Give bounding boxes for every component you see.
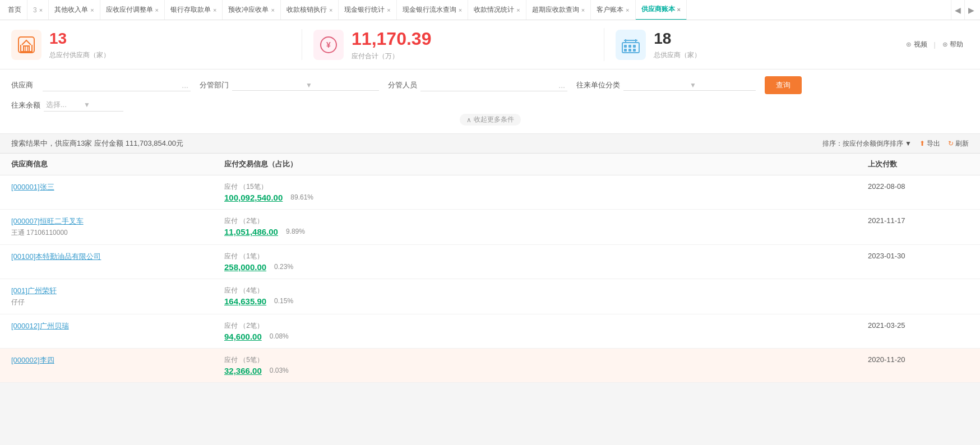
transaction-cell-3: 应付 （4笔） 164,635.90 0.15%	[224, 286, 868, 306]
table-row: [000007]恒旺二手叉车 王通 17106110000 应付 （2笔） 11…	[0, 210, 980, 245]
nav-tab-cash-bank-query[interactable]: 现金银行流水查询 ×	[397, 0, 468, 20]
close-tab-prepaid-ar[interactable]: ×	[271, 7, 274, 13]
nav-tab-receipt-verify[interactable]: 收款核销执行 ×	[281, 0, 339, 20]
header-last-pay: 上次付数	[868, 159, 969, 169]
supplier-table: 供应商信息 应付交易信息（占比） 上次付数 [000001]张三 应付 （15笔…	[0, 154, 980, 383]
nav-tab-3[interactable]: 3 ×	[27, 0, 49, 20]
supplier-cell-5: [000002]李四	[11, 355, 224, 365]
close-tab-receipt-verify[interactable]: ×	[329, 7, 332, 13]
table-row: [001]广州荣轩 仔仔 应付 （4笔） 164,635.90 0.15%	[0, 279, 980, 314]
table-header: 供应商信息 应付交易信息（占比） 上次付数	[0, 154, 980, 175]
collapse-button[interactable]: ∧ 收起更多条件	[460, 114, 521, 126]
sort-button[interactable]: 排序：按应付余额倒序排序 ▼	[822, 139, 912, 149]
payable-total-number: 11,170.39	[352, 28, 593, 49]
transaction-pct-2: 0.23%	[274, 263, 293, 271]
transaction-amount-2[interactable]: 258,000.00	[224, 262, 266, 272]
last-pay-date-4: 2021-03-25	[868, 321, 905, 330]
balance-select-box[interactable]: 选择... ▼	[44, 99, 123, 112]
payable-total-icon: ¥	[313, 30, 344, 60]
close-tab-cash-bank-query[interactable]: ×	[459, 7, 462, 13]
collapse-up-icon: ∧	[466, 116, 471, 124]
table-row: [000001]张三 应付 （15笔） 100,092,540.00 89.61…	[0, 175, 980, 210]
last-pay-cell-4: 2021-03-25	[868, 321, 969, 330]
refresh-icon: ↻	[948, 140, 954, 147]
transaction-pct-4: 0.08%	[270, 332, 289, 340]
close-tab-ar-ap-adjust[interactable]: ×	[155, 7, 159, 13]
nav-tab-supplier-ledger[interactable]: 供应商账本 ×	[636, 0, 687, 20]
supplier-sub-3: 仔仔	[11, 298, 224, 307]
close-tab-supplier-ledger[interactable]: ×	[677, 6, 681, 13]
close-tab-receipt-stat[interactable]: ×	[516, 7, 520, 13]
balance-dropdown-icon[interactable]: ▼	[84, 101, 121, 109]
transaction-cell-5: 应付 （5笔） 32,366.00 0.03%	[224, 355, 868, 376]
supplier-input[interactable]	[45, 81, 182, 89]
dept-dropdown-icon[interactable]: ▼	[306, 81, 377, 89]
transaction-label-1: 应付 （2笔）	[224, 216, 264, 226]
payable-suppliers-number: 13	[49, 29, 290, 48]
nav-tab-other-income[interactable]: 其他收入单 ×	[49, 0, 100, 20]
supplier-link-4[interactable]: [000012]广州贝瑞	[11, 322, 69, 330]
transaction-amount-1[interactable]: 11,051,486.00	[224, 227, 278, 237]
supplier-link-3[interactable]: [001]广州荣轩	[11, 286, 57, 295]
transaction-pct-5: 0.03%	[270, 367, 289, 374]
supplier-link-0[interactable]: [000001]张三	[11, 183, 54, 191]
close-tab-other-income[interactable]: ×	[90, 7, 94, 13]
close-tab-bank-deposit[interactable]: ×	[213, 7, 216, 13]
category-dropdown-icon[interactable]: ▼	[690, 81, 754, 89]
filter-row-2: 往来余额 选择... ▼	[11, 99, 969, 112]
header-supplier: 供应商信息	[11, 159, 224, 169]
close-tab-3[interactable]: ×	[39, 7, 43, 13]
total-suppliers-label: 总供应商（家）	[654, 50, 895, 60]
person-input[interactable]	[423, 81, 558, 89]
nav-tab-receipt-stat[interactable]: 收款情况统计 ×	[468, 0, 526, 20]
nav-tab-cash-bank-stat[interactable]: 现金银行统计 ×	[339, 0, 396, 20]
last-pay-date-2: 2023-01-30	[868, 252, 905, 260]
balance-value: 选择...	[46, 100, 84, 110]
nav-tab-home[interactable]: 首页	[2, 0, 27, 20]
export-icon: ⬆	[919, 140, 925, 147]
nav-tab-ar-ap-adjust[interactable]: 应收应付调整单 ×	[100, 0, 165, 20]
transaction-amount-5[interactable]: 32,366.00	[224, 366, 262, 376]
supplier-input-box[interactable]: ...	[43, 80, 191, 91]
supplier-dots-icon[interactable]: ...	[182, 81, 188, 90]
dept-select-box[interactable]: ▼	[232, 80, 379, 91]
last-pay-date-0: 2022-08-08	[868, 182, 905, 191]
close-tab-overdue-ar[interactable]: ×	[581, 7, 585, 13]
close-tab-cash-bank-stat[interactable]: ×	[387, 7, 390, 13]
query-button[interactable]: 查询	[765, 76, 802, 94]
supplier-link-5[interactable]: [000002]李四	[11, 356, 54, 364]
top-navigation: 首页 3 × 其他收入单 × 应收应付调整单 × 银行存取款单 × 预收冲应收单…	[0, 0, 980, 20]
table-row: [000012]广州贝瑞 应付 （2笔） 94,600.00 0.08% 202…	[0, 314, 980, 349]
supplier-link-1[interactable]: [000007]恒旺二手叉车	[11, 217, 84, 225]
transaction-amount-4[interactable]: 94,600.00	[224, 332, 262, 341]
help-link[interactable]: ⊙ 帮助	[942, 40, 963, 49]
transaction-amount-0[interactable]: 100,092,540.00	[224, 193, 283, 202]
total-suppliers-icon	[616, 30, 646, 60]
export-button[interactable]: ⬆ 导出	[919, 139, 940, 149]
person-input-box[interactable]: ...	[420, 80, 567, 91]
person-dots-icon[interactable]: ...	[558, 81, 565, 90]
video-link[interactable]: ⊙ 视频	[906, 40, 927, 49]
refresh-button[interactable]: ↻ 刷新	[948, 139, 969, 149]
nav-prev-arrow[interactable]: ◀	[951, 0, 964, 20]
transaction-cell-0: 应付 （15笔） 100,092,540.00 89.61%	[224, 182, 868, 202]
supplier-link-2[interactable]: [00100]本特勤油品有限公司	[11, 252, 101, 261]
category-select-box[interactable]: ▼	[623, 80, 756, 91]
nav-tab-prepaid-ar[interactable]: 预收冲应收单 ×	[223, 0, 280, 20]
results-actions: 排序：按应付余额倒序排序 ▼ ⬆ 导出 ↻ 刷新	[822, 139, 969, 149]
header-transaction: 应付交易信息（占比）	[224, 159, 868, 169]
nav-tab-customer-ledger[interactable]: 客户账本 ×	[591, 0, 635, 20]
supplier-cell-2: [00100]本特勤油品有限公司	[11, 252, 224, 262]
transaction-pct-1: 9.89%	[286, 228, 305, 235]
transaction-amount-3[interactable]: 164,635.90	[224, 296, 266, 306]
card-info-payable: 13 总应付供应商（家）	[49, 29, 290, 60]
svg-rect-7	[624, 45, 627, 48]
sort-down-icon: ▼	[905, 140, 912, 147]
top-links: ⊙ 视频 | ⊙ 帮助	[906, 40, 969, 49]
filter-category: 往来单位分类 ▼	[576, 80, 756, 91]
nav-next-arrow[interactable]: ▶	[964, 0, 978, 20]
nav-tab-overdue-ar[interactable]: 超期应收款查询 ×	[526, 0, 591, 20]
svg-rect-9	[633, 45, 636, 48]
nav-tab-bank-deposit[interactable]: 银行存取款单 ×	[165, 0, 223, 20]
close-tab-customer-ledger[interactable]: ×	[626, 7, 629, 13]
